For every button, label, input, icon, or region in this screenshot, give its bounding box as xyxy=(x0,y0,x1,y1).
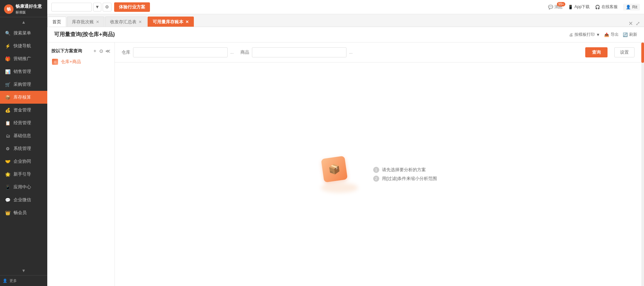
customer-service-label: 在线客服 xyxy=(601,4,618,10)
sidebar-label-basic: 基础信息 xyxy=(14,133,31,139)
tip-1-text: 请先选择要分析的方案 xyxy=(382,167,426,173)
query-filters: 仓库 ... 商品 ... 查询 设置 xyxy=(115,43,641,62)
sidebar-label-purchase: 采购管理 xyxy=(14,81,31,87)
sidebar-brand: 畅 畅康通好生意 标准版 xyxy=(4,3,43,15)
sidebar-label-sales: 销售管理 xyxy=(14,69,31,75)
topbar-gear-btn[interactable]: ⚙ xyxy=(103,3,111,11)
sidebar-item-wechat[interactable]: 💬 企业微信 xyxy=(0,193,47,206)
sidebar-scroll-up[interactable]: ▲ xyxy=(0,17,47,27)
page-title: 可用量查询(按仓库+商品) xyxy=(54,31,115,38)
app-download-btn[interactable]: 📱 App下载 xyxy=(568,4,590,10)
customer-service-icon: 🎧 xyxy=(595,5,600,9)
sidebar-footer-icon: 👤 xyxy=(3,279,7,283)
product-filter-group: 商品 ... xyxy=(240,47,353,57)
tab-available-ledger[interactable]: 可用量库存账本✕ xyxy=(148,17,194,27)
sidebar-label-guide: 新手引导 xyxy=(14,171,31,177)
print-btn[interactable]: 🖨 按模板打印 ▼ xyxy=(569,32,600,37)
page-header-actions: 🖨 按模板打印 ▼ 📤 导出 🔄 刷新 xyxy=(569,32,637,37)
sidebar-icon-appcenter: 📱 xyxy=(5,184,11,190)
print-label: 按模板打印 xyxy=(574,32,595,37)
settings-btn[interactable]: 设置 xyxy=(614,47,635,57)
sidebar-icon-inventory: 📦 xyxy=(5,94,11,100)
sidebar-nav: 🔍 搜索菜单 ⚡ 快捷导航 🎁 营销推广 📊 销售管理 🛒 采购管理 📦 库存核… xyxy=(0,27,47,266)
sidebar-item-operations[interactable]: 📋 经营管理 xyxy=(0,116,47,129)
sidebar-item-appcenter[interactable]: 📱 应用中心 xyxy=(0,181,47,193)
topbar-search-input[interactable] xyxy=(51,3,92,11)
warehouse-input[interactable] xyxy=(133,47,228,57)
customer-service-btn[interactable]: 🎧 在线客服 xyxy=(595,4,618,10)
sidebar-label-wechat: 企业微信 xyxy=(14,197,31,203)
tab-close-collect-summary[interactable]: ✕ xyxy=(138,20,142,24)
topbar-dropdown-btn[interactable]: ▼ xyxy=(93,3,101,11)
sidebar-icon-basic: 🗂 xyxy=(5,133,11,139)
sidebar-item-system[interactable]: ⚙ 系统管理 xyxy=(0,142,47,155)
content: 按以下方案查询 ＋ ⊙ ≪ ⊙ 仓库+商品 仓库 xyxy=(47,43,644,286)
tab-batch-ledger[interactable]: 库存批次账✕ xyxy=(67,17,104,27)
sidebar-footer-label: 更多 xyxy=(9,278,17,283)
filter-add-btn[interactable]: ＋ xyxy=(93,48,97,54)
sidebar-icon-wechat: 💬 xyxy=(5,197,11,203)
product-more-btn[interactable]: ... xyxy=(349,50,353,55)
filter-header-label: 按以下方案查询 xyxy=(51,48,82,54)
tab-close-batch-ledger[interactable]: ✕ xyxy=(96,20,99,24)
filter-settings-btn[interactable]: ⊙ xyxy=(99,48,103,54)
trial-btn[interactable]: 体验行业方案 xyxy=(114,2,150,12)
product-input[interactable] xyxy=(252,47,346,57)
maximize-window-btn[interactable]: ⤢ xyxy=(636,20,640,27)
sidebar-label-member: 畅会员 xyxy=(14,210,27,216)
brand-edition: 标准版 xyxy=(16,10,42,15)
sidebar-icon-enterprise: 🤝 xyxy=(5,158,11,164)
sidebar-item-purchase[interactable]: 🛒 采购管理 xyxy=(0,78,47,91)
export-btn[interactable]: 📤 导出 xyxy=(604,32,619,37)
close-window-btn[interactable]: ✕ xyxy=(628,20,633,27)
empty-tips: 1 请先选择要分析的方案 2 用[过滤]条件来缩小分析范围 xyxy=(373,167,437,182)
print-dropdown-icon: ▼ xyxy=(596,32,600,37)
sidebar-item-marketing[interactable]: 🎁 营销推广 xyxy=(0,52,47,65)
export-icon: 📤 xyxy=(604,32,609,37)
warehouse-filter-group: 仓库 ... xyxy=(122,47,234,57)
sidebar-item-guide[interactable]: 🌟 新手引导 xyxy=(0,168,47,181)
sidebar-item-inventory[interactable]: 📦 库存核算 xyxy=(0,91,47,104)
sidebar-item-shortcut[interactable]: ⚡ 快捷导航 xyxy=(0,40,47,52)
query-btn[interactable]: 查询 xyxy=(585,47,608,57)
product-label: 商品 xyxy=(240,49,249,55)
sidebar-item-finance[interactable]: 💰 资金管理 xyxy=(0,104,47,116)
print-icon: 🖨 xyxy=(569,32,573,37)
main: ▼ ⚙ 体验行业方案 💬 消息 99+ 📱 App下载 🎧 在线客服 xyxy=(47,0,644,286)
sidebar: 畅 畅康通好生意 标准版 ▲ 🔍 搜索菜单 ⚡ 快捷导航 🎁 营销推广 📊 销售… xyxy=(0,0,47,286)
sidebar-icon-shortcut: ⚡ xyxy=(5,43,11,49)
sidebar-icon-marketing: 🎁 xyxy=(5,56,11,62)
sidebar-scroll-down[interactable]: ▼ xyxy=(0,266,47,275)
notification-btn[interactable]: 💬 消息 99+ xyxy=(548,4,563,10)
tab-collect-summary[interactable]: 收发存汇总表✕ xyxy=(105,17,147,27)
sidebar-item-basic[interactable]: 🗂 基础信息 xyxy=(0,129,47,142)
filter-item-warehouse-product[interactable]: ⊙ 仓库+商品 xyxy=(47,56,114,68)
sidebar-label-operations: 经营管理 xyxy=(14,120,31,126)
app-download-icon: 📱 xyxy=(568,5,573,9)
sidebar-label-system: 系统管理 xyxy=(14,146,31,152)
tab-label-home: 首页 xyxy=(52,19,61,25)
filter-header-actions: ＋ ⊙ ≪ xyxy=(93,48,110,54)
warehouse-more-btn[interactable]: ... xyxy=(230,50,234,55)
sidebar-label-marketing: 营销推广 xyxy=(14,56,31,62)
filter-collapse-btn[interactable]: ≪ xyxy=(105,48,110,54)
sidebar-label-shortcut: 快捷导航 xyxy=(14,43,31,49)
tab-home[interactable]: 首页 xyxy=(47,17,66,27)
sidebar-item-search[interactable]: 🔍 搜索菜单 xyxy=(0,27,47,40)
tab-close-available-ledger[interactable]: ✕ xyxy=(185,20,189,24)
tab-label-collect-summary: 收发存汇总表 xyxy=(110,19,136,25)
scrollbar-thumb xyxy=(641,43,644,63)
refresh-btn[interactable]: 🔄 刷新 xyxy=(623,32,637,37)
sidebar-item-sales[interactable]: 📊 销售管理 xyxy=(0,65,47,78)
filter-item-label: 仓库+商品 xyxy=(61,59,81,65)
sidebar-item-enterprise[interactable]: 🤝 企业协同 xyxy=(0,155,47,168)
window-btns: ✕ ⤢ xyxy=(624,20,644,27)
sidebar-icon-guide: 🌟 xyxy=(5,171,11,177)
sidebar-item-member[interactable]: 👑 畅会员 xyxy=(0,206,47,219)
sidebar-footer[interactable]: 👤 更多 xyxy=(0,275,47,286)
notification-badge: 99+ xyxy=(557,2,565,6)
user-menu-btn[interactable]: 👤 Rit xyxy=(623,4,640,10)
right-scrollbar[interactable] xyxy=(641,43,644,286)
filter-item-icon: ⊙ xyxy=(52,59,58,65)
sidebar-icon-purchase: 🛒 xyxy=(5,81,11,87)
